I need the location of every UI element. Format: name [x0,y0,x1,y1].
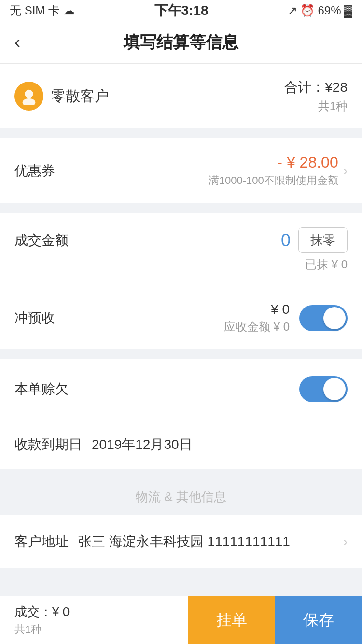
logistics-label: 物流 & 其他信息 [136,489,226,505]
status-time: 下午3:18 [154,1,209,20]
avatar [14,82,43,111]
bottom-transaction: 成交：¥ 0 [14,603,174,620]
bottom-bar: 成交：¥ 0 共1种 挂单 保存 [0,596,362,644]
total-amount: 合计：¥28 [284,78,348,97]
prepay-right: ¥ 0 应收金额 ¥ 0 [224,302,348,335]
hold-button[interactable]: 挂单 [188,596,275,644]
address-label: 客户地址 [14,532,69,551]
battery-text: 69% [318,4,341,17]
customer-section: 零散客户 合计：¥28 共1种 [0,64,362,128]
divider-line-left [14,497,126,497]
prepay-amounts: ¥ 0 应收金额 ¥ 0 [224,302,290,335]
svg-point-0 [25,90,33,98]
bottom-transaction-value: ¥ 0 [52,604,70,619]
bottom-count: 共1种 [14,622,174,637]
bottom-transaction-label: 成交： [14,604,52,619]
location-icon: ↗ [288,4,297,17]
main-content: 零散客户 合计：¥28 共1种 优惠券 - ¥ 28.00 满1000-100不… [0,64,362,636]
coupon-amount: - ¥ 28.00 [209,154,338,171]
divider-line-right [236,497,348,497]
total-count: 共1种 [284,98,348,114]
transaction-section: 成交金额 0 抹零 已抹 ¥ 0 冲预收 ¥ 0 应收金额 ¥ 0 [0,213,362,349]
transaction-row: 成交金额 0 抹零 已抹 ¥ 0 [0,213,362,287]
duedate-value: 2019年12月30日 [92,435,193,454]
battery-icon: ▓ [344,4,352,17]
prepay-amount: ¥ 0 [224,302,290,317]
prepay-toggle[interactable] [299,305,348,331]
debt-toggle[interactable] [299,376,348,402]
debt-label: 本单赊欠 [14,380,69,398]
address-chevron-icon: › [343,534,348,549]
status-left: 无 SIM 卡 ☁ [10,3,75,18]
coupon-right: - ¥ 28.00 满1000-100不限制使用金额 › [209,154,348,188]
save-button[interactable]: 保存 [275,596,362,644]
chevron-right-icon: › [343,163,348,179]
debt-row: 本单赊欠 [0,359,362,420]
prepay-row: 冲预收 ¥ 0 应收金额 ¥ 0 [0,287,362,349]
coupon-label: 优惠券 [14,162,55,180]
debt-section: 本单赊欠 收款到期日 2019年12月30日 [0,359,362,469]
customer-left: 零散客户 [14,82,109,111]
transaction-value[interactable]: 0 [281,230,291,251]
address-section: 客户地址 张三 海淀永丰科技园 11111111111 › [0,515,362,568]
svg-point-1 [23,98,36,105]
customer-name: 零散客户 [51,86,109,106]
round-button[interactable]: 抹零 [298,227,348,253]
alarm-icon: ⏰ [300,4,315,17]
transaction-input-area: 0 抹零 [281,227,348,253]
logistics-divider-section: 物流 & 其他信息 [0,479,362,515]
customer-row: 零散客户 合计：¥28 共1种 [0,64,362,128]
coupon-desc: 满1000-100不限制使用金额 [209,173,338,188]
duedate-row: 收款到期日 2019年12月30日 [0,420,362,469]
already-rounded-text: 已抹 ¥ 0 [14,257,348,272]
prepay-receivable: 应收金额 ¥ 0 [224,319,290,335]
back-button[interactable]: ‹ [14,32,20,53]
transaction-top: 成交金额 0 抹零 [14,227,348,253]
transaction-label: 成交金额 [14,231,69,250]
duedate-label: 收款到期日 [14,435,82,454]
coupon-row[interactable]: 优惠券 - ¥ 28.00 满1000-100不限制使用金额 › [0,138,362,203]
customer-right: 合计：¥28 共1种 [284,78,348,114]
address-value: 张三 海淀永丰科技园 11111111111 [78,532,343,551]
coupon-section: 优惠券 - ¥ 28.00 满1000-100不限制使用金额 › [0,138,362,203]
prepay-label: 冲预收 [14,309,55,327]
status-right: ↗ ⏰ 69% ▓ [288,4,352,17]
page-title: 填写结算等信息 [124,31,238,54]
logistics-divider: 物流 & 其他信息 [14,489,348,505]
status-bar: 无 SIM 卡 ☁ 下午3:18 ↗ ⏰ 69% ▓ [0,0,362,21]
bottom-summary: 成交：¥ 0 共1种 [0,603,188,637]
coupon-info: - ¥ 28.00 满1000-100不限制使用金额 [209,154,338,188]
nav-bar: ‹ 填写结算等信息 [0,21,362,64]
address-row[interactable]: 客户地址 张三 海淀永丰科技园 11111111111 › [0,515,362,568]
no-sim-text: 无 SIM 卡 ☁ [10,3,75,18]
